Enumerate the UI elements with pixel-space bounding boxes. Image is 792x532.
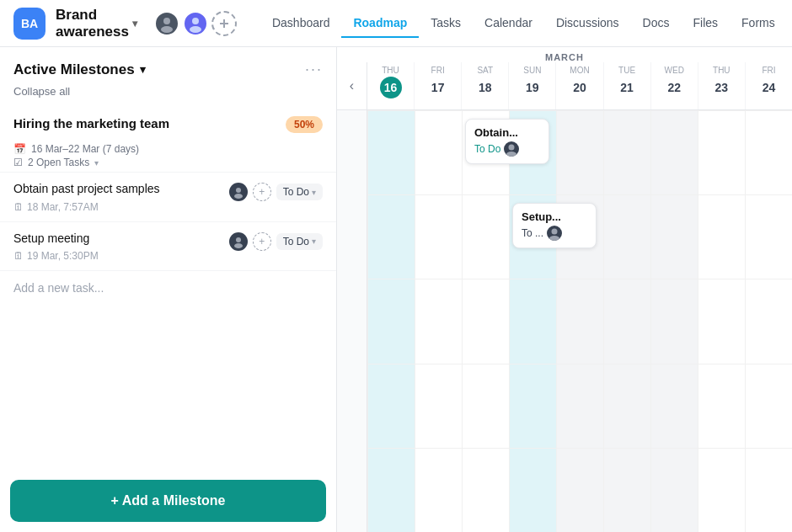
tab-docs[interactable]: Docs xyxy=(631,9,682,38)
tab-discussions[interactable]: Discussions xyxy=(544,9,631,38)
add-member-button[interactable] xyxy=(211,11,237,36)
day-name: FRI xyxy=(431,66,445,75)
day-num: 18 xyxy=(474,77,496,98)
cal-cell xyxy=(745,364,792,448)
cal-prev-button[interactable]: ‹ xyxy=(337,62,367,109)
tab-tasks[interactable]: Tasks xyxy=(419,9,473,38)
tasks-icon: ☑ xyxy=(13,157,23,168)
status-chevron-icon-2: ▾ xyxy=(312,237,316,246)
open-tasks-chevron-icon: ▾ xyxy=(94,158,99,168)
open-tasks-row: ☑ 2 Open Tasks ▾ xyxy=(13,157,323,168)
days-header: ‹ THU16FRI17SAT18SUN19MON20TUE21WED22THU… xyxy=(337,62,792,109)
day-name: MON xyxy=(570,66,589,75)
project-title[interactable]: Brand awareness ▾ xyxy=(56,7,137,40)
cal-cell xyxy=(509,364,556,448)
tab-files[interactable]: Files xyxy=(681,9,730,38)
task-left: Obtain past project samples 🗓 18 Mar, 7:… xyxy=(13,181,222,213)
day-col-22: WED22 xyxy=(650,62,698,109)
panel-title: Active Milestones ▾ xyxy=(13,61,146,78)
day-col-19: SUN19 xyxy=(508,62,555,109)
task-name: Setup meeting xyxy=(13,231,222,247)
day-num: 17 xyxy=(427,77,449,98)
cal-cell xyxy=(603,194,650,279)
nav-tabs: Dashboard Roadmap Tasks Calendar Discuss… xyxy=(260,8,792,39)
svg-point-9 xyxy=(234,243,243,248)
cal-card-title: Obtain... xyxy=(474,126,540,139)
cal-cell xyxy=(462,194,509,279)
cal-cell xyxy=(367,194,415,279)
svg-point-10 xyxy=(509,145,515,151)
day-name: WED xyxy=(665,66,684,75)
day-col-16: THU16 xyxy=(367,62,414,109)
tab-calendar[interactable]: Calendar xyxy=(473,9,544,38)
cal-cell xyxy=(745,279,792,363)
avatar-group xyxy=(154,11,237,36)
add-task-button[interactable]: Add a new task... xyxy=(0,270,336,305)
task-status-badge-2[interactable]: To Do ▾ xyxy=(276,233,323,250)
milestone-meta: 📅 16 Mar–22 Mar (7 days) ☑ 2 Open Tasks … xyxy=(0,141,336,172)
svg-point-6 xyxy=(236,188,241,193)
right-panel: MARCH ‹ THU16FRI17SAT18SUN19MON20TUE21WE… xyxy=(337,47,792,532)
tab-roadmap[interactable]: Roadmap xyxy=(341,9,419,38)
project-chevron-icon: ▾ xyxy=(132,18,137,29)
day-columns: THU16FRI17SAT18SUN19MON20TUE21WED22THU23… xyxy=(367,62,792,109)
cal-cell xyxy=(415,279,462,363)
cal-left-strip xyxy=(337,110,367,532)
task-right: + To Do ▾ xyxy=(229,183,323,201)
svg-point-0 xyxy=(163,18,170,24)
cal-cell xyxy=(556,364,603,448)
task-row: Setup meeting 🗓 19 Mar, 5:30PM + To Do ▾ xyxy=(0,221,336,271)
cal-cell xyxy=(698,448,745,532)
svg-point-2 xyxy=(192,18,199,24)
svg-point-1 xyxy=(161,26,173,33)
task-status-badge-1[interactable]: To Do ▾ xyxy=(276,184,323,200)
cal-cell xyxy=(650,194,698,279)
svg-point-11 xyxy=(506,152,516,157)
cal-cell xyxy=(603,110,650,194)
day-num: 22 xyxy=(663,77,685,98)
collapse-all-button[interactable]: Collapse all xyxy=(0,85,336,108)
cal-cell xyxy=(462,364,509,448)
app-icon: BA xyxy=(13,8,45,40)
tab-dashboard[interactable]: Dashboard xyxy=(260,9,342,38)
clock-icon: 🗓 xyxy=(13,250,24,262)
day-name: SUN xyxy=(523,66,541,75)
cal-cell xyxy=(603,448,650,532)
day-col-17: FRI17 xyxy=(414,62,461,109)
avatar-2 xyxy=(183,11,208,36)
progress-badge: 50% xyxy=(286,116,323,133)
task-time: 🗓 19 Mar, 5:30PM xyxy=(13,250,222,262)
task-add-assignee-button[interactable]: + xyxy=(253,183,271,201)
tab-forms[interactable]: Forms xyxy=(730,9,787,38)
cal-cell xyxy=(603,364,650,448)
task-avatar-2 xyxy=(229,232,248,251)
panel-header: Active Milestones ▾ ··· xyxy=(0,47,336,85)
nav-more-button[interactable]: ··· xyxy=(787,8,792,39)
cal-cell xyxy=(650,279,698,363)
day-num: 24 xyxy=(757,77,779,98)
day-num: 21 xyxy=(616,77,638,98)
cal-card-setup[interactable]: Setup... To ... xyxy=(512,203,597,248)
day-col-21: TUE21 xyxy=(603,62,650,109)
cal-card-status: To Do xyxy=(474,141,540,157)
day-col-23: THU23 xyxy=(698,62,745,109)
clock-icon: 🗓 xyxy=(13,201,24,213)
cal-cell xyxy=(367,448,415,532)
day-name: FRI xyxy=(762,66,775,75)
avatar-1 xyxy=(154,11,179,36)
cal-cell xyxy=(698,364,745,448)
day-name: THU xyxy=(382,66,399,75)
cal-cell xyxy=(415,448,462,532)
cal-cell xyxy=(745,194,792,279)
milestone-block: Hiring the marketing team 50% 📅 16 Mar–2… xyxy=(0,108,336,470)
task-add-assignee-button[interactable]: + xyxy=(253,232,271,251)
day-num: 23 xyxy=(710,77,732,98)
task-name: Obtain past project samples xyxy=(13,181,222,198)
cal-card-obtain[interactable]: Obtain... To Do xyxy=(465,119,549,164)
cal-cell xyxy=(415,194,462,279)
panel-more-button[interactable]: ··· xyxy=(305,61,323,78)
day-num: 20 xyxy=(569,77,591,98)
add-milestone-button[interactable]: + Add a Milestone xyxy=(10,480,326,522)
cal-cell xyxy=(556,110,603,194)
cal-cell xyxy=(698,194,745,279)
